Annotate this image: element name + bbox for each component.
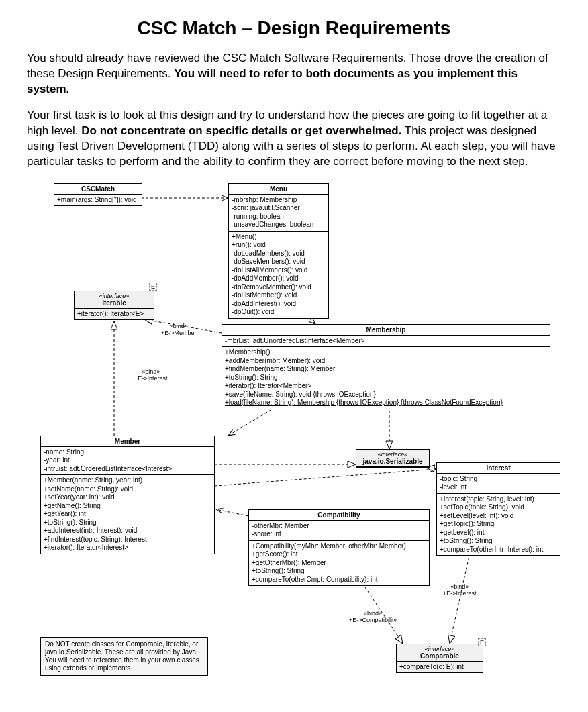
stereotype: «interface» [359,451,426,458]
diagram-note: Do NOT create classes for Comparable, It… [40,637,208,676]
class-title: Member [41,436,214,447]
uml-diagram: CSCMatch +main(args: String[*]): void Me… [27,181,564,691]
class-ops: +compareTo(o: E): int [397,662,483,673]
class-title: «interface» java.io.Serializable [356,450,429,467]
class-ops: +Menu() +run(): void -doLoadMembers(): v… [229,232,328,318]
intro-paragraph-1: You should already have reviewed the CSC… [27,51,561,97]
class-cscmatch: CSCMatch +main(args: String[*]): void [54,183,142,207]
stereotype: «interface» [77,293,151,299]
class-title: CSCMatch [54,184,142,195]
intro-text-bold: Do not concentrate on specific details o… [81,124,401,137]
class-ops: +main(args: String[*]): void [57,196,137,203]
intro-paragraph-2: Your first task is to look at this desig… [27,108,561,170]
class-attrs: -mbrshp: Membership -scnr: java.util.Sca… [229,195,328,232]
class-ops: +iterator(): Iterator<E> [75,309,154,320]
class-ops: +Compatibility(myMbr: Member, otherMbr: … [249,541,429,586]
class-title: Compatibility [249,510,429,521]
type-param-e: E [149,283,157,291]
class-title: Interest [437,463,560,474]
class-member: Member -name: String -year: int -intrLis… [40,436,215,554]
class-compatibility: Compatibility -otherMbr: Member -score: … [248,509,430,587]
class-attrs: -otherMbr: Member -score: int [249,521,429,541]
interface-comparable: «interface» Comparable +compareTo(o: E):… [396,644,483,674]
class-menu: Menu -mbrshp: Membership -scnr: java.uti… [228,183,329,319]
bind-label-compatibility: «bind» +E->Compatibility [349,610,397,623]
class-attrs: -topic: String -level: int [437,474,560,494]
class-ops: +Interest(topic: String, level: int) +se… [437,494,560,556]
class-name: Comparable [420,652,459,660]
class-membership: Membership -mbrList: adt.UnorderedListIn… [222,324,550,409]
class-name: Iterable [102,299,126,307]
class-ops: +Member(name: String, year: int) +setNam… [41,475,214,554]
class-attrs: -mbrList: adt.UnorderedListInterface<Mem… [222,336,550,348]
class-title: «interface» Comparable [397,644,483,662]
class-interest: Interest -topic: String -level: int +Int… [436,462,560,556]
class-title: Menu [229,184,328,195]
type-param-e: E [478,638,486,646]
bind-label-interest2: «bind» +E->Interest [443,583,477,597]
class-title: Membership [222,325,550,336]
bind-label-member: «bind» +E->Member [161,323,197,336]
class-attrs: -name: String -year: int -intrList: adt.… [41,447,214,476]
bind-label-interest: «bind» +E->Interest [134,368,168,382]
class-ops: +Membership() +addMember(mbr: Member): v… [222,347,550,409]
class-title: «interface» Iterable [75,291,154,309]
interface-iterable: «interface» Iterable +iterator(): Iterat… [74,291,154,321]
stereotype: «interface» [399,646,480,652]
class-name: java.io.Serializable [363,458,423,465]
page-title: CSC Match – Design Requirements [27,17,561,39]
interface-serializable: «interface» java.io.Serializable [356,449,430,468]
